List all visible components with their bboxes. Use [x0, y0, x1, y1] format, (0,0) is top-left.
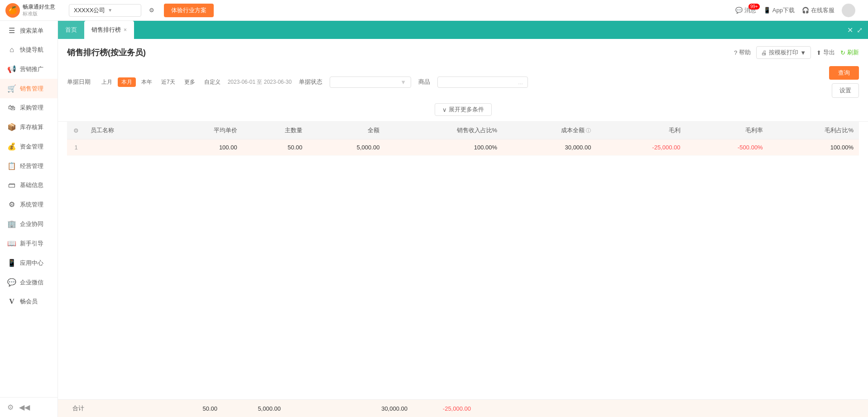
date-pill-7days[interactable]: 近7天 — [158, 77, 179, 87]
export-icon: ⬆ — [816, 49, 821, 56]
home-icon: ⌂ — [7, 46, 16, 54]
date-pill-this-month[interactable]: 本月 — [118, 77, 136, 87]
sidebar-label-marketing: 营销推广 — [20, 65, 43, 73]
date-pill-last-month[interactable]: 上月 — [98, 77, 116, 87]
system-icon: ⚙ — [7, 200, 16, 209]
expand-conditions-button[interactable]: ∨ 展开更多条件 — [435, 103, 492, 116]
goods-ellipsis-icon: ... — [518, 79, 523, 86]
sidebar-item-marketing[interactable]: 📢 营销推广 — [0, 59, 58, 79]
help-button[interactable]: ? 帮助 — [734, 48, 751, 57]
sidebar-label-guide: 新手引导 — [20, 240, 43, 248]
cell-total: 5,000.00 — [308, 139, 385, 156]
sidebar-item-basic-info[interactable]: 🗃 基础信息 — [0, 176, 58, 195]
refresh-button[interactable]: ↻ 刷新 — [840, 48, 859, 57]
collapse-icon[interactable]: ◀◀ — [19, 403, 30, 412]
sidebar-item-search-order[interactable]: ☰ 搜索菜单 — [0, 21, 58, 40]
filter-actions: 查询 设置 — [829, 66, 859, 98]
sidebar-item-quick-nav[interactable]: ⌂ 快捷导航 — [0, 40, 58, 59]
sidebar-item-guide[interactable]: 📖 新手引导 — [0, 234, 58, 253]
company-name: XXXXX公司 — [74, 6, 105, 14]
footer-main-qty: 50.00 — [181, 405, 217, 412]
headset-icon: 🎧 — [802, 7, 809, 14]
avatar[interactable] — [842, 4, 855, 17]
basic-info-icon: 🗃 — [7, 181, 16, 189]
tab-bar-right: ✕ ⤢ — [847, 26, 868, 34]
sidebar-item-inventory[interactable]: 📦 库存核算 — [0, 117, 58, 137]
date-range-display: 2023-06-01 至 2023-06-30 — [228, 78, 292, 86]
cell-main-qty: 50.00 — [243, 139, 308, 156]
query-button[interactable]: 查询 — [829, 66, 859, 80]
tab-home-label: 首页 — [65, 26, 77, 34]
sidebar-item-operations[interactable]: 📋 经营管理 — [0, 156, 58, 176]
tab-expand-icon[interactable]: ⤢ — [857, 26, 863, 34]
col-gross-pct: 毛利占比% — [768, 122, 859, 139]
wechat-icon: 💬 — [7, 278, 16, 287]
cell-gross-profit: -25,000.00 — [596, 139, 686, 156]
col-gross-margin: 毛利率 — [686, 122, 768, 139]
status-select[interactable]: ▼ — [330, 77, 411, 88]
footer-cost-total: 30,000.00 — [362, 405, 408, 412]
finance-icon: 💰 — [7, 142, 16, 151]
sidebar-label-finance: 资金管理 — [20, 143, 43, 151]
sidebar-label-basic-info: 基础信息 — [20, 181, 43, 189]
page-content: 销售排行榜(按业务员) ? 帮助 🖨 按模板打印 ▼ ⬆ — [58, 39, 868, 417]
date-pill-more[interactable]: 更多 — [181, 77, 199, 87]
col-cost-total: 成本全额 ⓘ — [503, 122, 596, 139]
cell-employee-name — [85, 139, 164, 156]
sidebar-label-wechat: 企业微信 — [20, 278, 43, 287]
export-button[interactable]: ⬆ 导出 — [816, 48, 835, 57]
sidebar-item-purchase[interactable]: 🛍 采购管理 — [0, 98, 58, 117]
tab-sales-ranking[interactable]: 销售排行榜 × — [84, 21, 134, 39]
sidebar-label-sales: 销售管理 — [20, 85, 43, 93]
trial-button[interactable]: 体验行业方案 — [164, 4, 214, 17]
settings-bottom-icon[interactable]: ⚙ — [7, 403, 14, 412]
column-settings-icon[interactable]: ⚙ — [73, 127, 79, 134]
cell-cost-total: 30,000.00 — [503, 139, 596, 156]
gear-button[interactable]: ⚙ — [145, 4, 158, 17]
tab-close-icon[interactable]: × — [124, 27, 127, 33]
member-icon: V — [7, 297, 16, 306]
sales-icon: 🛒 — [7, 84, 16, 93]
message-badge: 99+ — [748, 4, 760, 10]
sidebar-item-member[interactable]: V 畅会员 — [0, 292, 58, 311]
sidebar-item-finance[interactable]: 💰 资金管理 — [0, 137, 58, 156]
goods-filter-label: 商品 — [418, 78, 430, 86]
online-service-label: 在线客服 — [811, 6, 834, 14]
print-icon: 🖨 — [761, 49, 767, 56]
app-download-label: App下载 — [772, 6, 795, 14]
settings-button[interactable]: 设置 — [832, 83, 859, 98]
sidebar-item-wechat[interactable]: 💬 企业微信 — [0, 273, 58, 292]
expand-arrow-icon: ∨ — [442, 106, 447, 113]
sidebar-item-enterprise[interactable]: 🏢 企业协同 — [0, 214, 58, 234]
cell-avg-price: 100.00 — [164, 139, 243, 156]
goods-select[interactable]: ... — [437, 77, 528, 88]
sidebar-label-inventory: 库存核算 — [20, 123, 43, 131]
logo-area: 🍊 畅康通好生意 标准版 — [5, 3, 63, 18]
sidebar-item-sales[interactable]: 🛒 销售管理 — [0, 79, 58, 98]
filter-row-1: 单据日期 上月 本月 本年 近7天 更多 自定义 2023-06-01 至 20… — [67, 62, 859, 101]
message-button[interactable]: 💬 消息 99+ — [735, 6, 756, 14]
sidebar-item-apps[interactable]: 📱 应用中心 — [0, 253, 58, 273]
chevron-down-icon: ▼ — [108, 8, 112, 13]
page-actions: ? 帮助 🖨 按模板打印 ▼ ⬆ 导出 ↻ — [734, 46, 859, 59]
sidebar-label-system: 系统管理 — [20, 201, 43, 209]
tab-home[interactable]: 首页 — [58, 21, 84, 39]
print-dropdown-icon: ▼ — [800, 49, 806, 56]
col-settings: ⚙ — [67, 122, 85, 139]
enterprise-icon: 🏢 — [7, 220, 16, 228]
tab-close-window-icon[interactable]: ✕ — [847, 26, 853, 34]
cost-total-info-icon[interactable]: ⓘ — [586, 128, 591, 133]
table-footer: 合计 50.00 5,000.00 30,000.00 -25,000.00 — [58, 399, 868, 417]
message-icon: 💬 — [735, 7, 743, 14]
date-pill-this-year[interactable]: 本年 — [138, 77, 156, 87]
app-download-button[interactable]: 📱 App下载 — [763, 6, 795, 14]
template-print-button[interactable]: 🖨 按模板打印 ▼ — [756, 46, 811, 59]
date-pill-custom[interactable]: 自定义 — [201, 77, 224, 87]
status-filter-label: 单据状态 — [299, 78, 322, 86]
sidebar-item-system[interactable]: ⚙ 系统管理 — [0, 195, 58, 214]
page-header: 销售排行榜(按业务员) ? 帮助 🖨 按模板打印 ▼ ⬆ — [58, 39, 868, 62]
footer-total: 5,000.00 — [235, 405, 281, 412]
company-selector[interactable]: XXXXX公司 ▼ — [69, 4, 141, 17]
online-service-button[interactable]: 🎧 在线客服 — [802, 6, 834, 14]
sales-ranking-table: ⚙ 员工名称 平均单价 主数量 全额 销售收入占比% 成本全额 ⓘ 毛利 毛利率… — [67, 122, 859, 156]
